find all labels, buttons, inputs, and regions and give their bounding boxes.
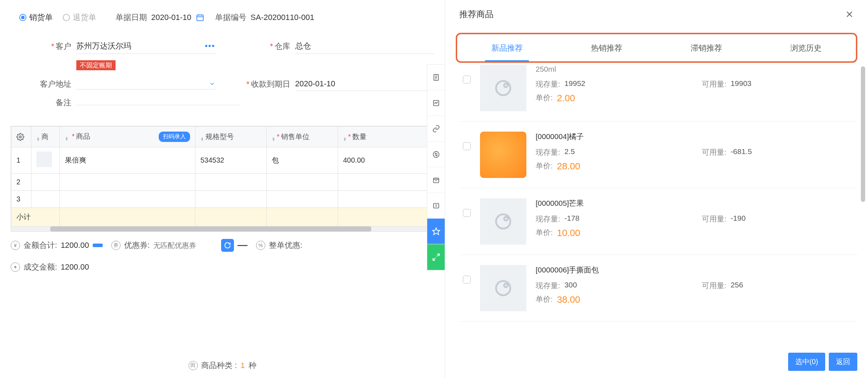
currency-icon: ¥ (11, 241, 20, 250)
deal-value: 1200.00 (61, 262, 89, 272)
tab-browse-history[interactable]: 浏览历史 (756, 38, 856, 61)
due-date-value: 2020-01-10 (295, 79, 336, 88)
item-checkbox[interactable] (463, 76, 471, 83)
total-label: 金额合计: (24, 240, 57, 251)
calendar-icon[interactable] (196, 13, 204, 22)
gear-column-header[interactable] (11, 127, 31, 147)
minus-icon[interactable] (93, 244, 103, 247)
table-row[interactable]: 2 (11, 174, 434, 191)
tool-swap-icon[interactable] (427, 142, 445, 167)
col-prod-icon[interactable]: ▲▼商 (31, 127, 60, 147)
col-qty[interactable]: ▲▼*数量 (338, 127, 434, 147)
row-spec[interactable]: 534532 (195, 147, 267, 174)
item-available: 19903 (731, 79, 751, 89)
svg-point-28 (504, 284, 508, 287)
coupon-label: 优惠券: (124, 240, 150, 251)
item-title: [0000004]橘子 (536, 132, 854, 142)
whole-discount-label: 整单优惠: (269, 240, 302, 251)
more-icon[interactable]: ••• (205, 41, 215, 51)
item-stock: 19952 (565, 79, 585, 89)
selected-count-button[interactable]: 选中(0) (788, 353, 825, 371)
item-checkbox[interactable] (463, 142, 471, 150)
right-panel-title: 推荐商品 (459, 9, 494, 20)
tool-notes-icon[interactable] (427, 65, 445, 90)
account-period-badge: 不固定账期 (76, 60, 116, 70)
list-item: 250ml 现存量:19952 可用量:19903 单价:2.00 (459, 63, 857, 122)
table-row[interactable]: 3 (11, 191, 434, 208)
subtotal-row: 小计 (11, 208, 434, 226)
summary-bar: ¥ 金额合计: 1200.00 券 优惠券: % 整单优惠: (11, 239, 434, 252)
coupon-icon: 券 (111, 241, 121, 250)
warehouse-value: 总仓 (295, 41, 311, 51)
discount-icon: % (256, 241, 265, 250)
tool-chart-icon[interactable] (427, 90, 445, 116)
chevron-down-icon[interactable] (209, 81, 215, 87)
tool-currency-icon[interactable]: ¥ (427, 193, 445, 219)
sku-icon: 田 (188, 361, 198, 370)
coupon-input[interactable] (153, 241, 218, 250)
item-title: [0000006]手撕面包 (536, 265, 854, 275)
back-button[interactable]: 返回 (829, 353, 857, 371)
sort-icon: ▲▼ (272, 137, 275, 141)
dash-icon (238, 245, 247, 246)
sku-count-bar: 田 商品种类 : 1 种 (188, 360, 256, 371)
sort-icon: ▲▼ (65, 137, 68, 141)
col-spec[interactable]: ▲▼规格型号 (195, 127, 267, 147)
item-available: -190 (731, 214, 746, 224)
doc-date-label: 单据日期 (116, 12, 147, 23)
tab-return-order[interactable]: 退货单 (58, 10, 101, 25)
remark-label: 备注 (56, 98, 71, 107)
col-unit[interactable]: ▲▼*销售单位 (267, 127, 338, 147)
subtotal-label: 小计 (11, 208, 60, 226)
svg-point-24 (504, 84, 508, 87)
row-unit[interactable]: 包 (267, 147, 338, 174)
tool-expand-icon[interactable] (427, 244, 445, 270)
item-available: -681.5 (731, 147, 752, 157)
tool-link-icon[interactable] (427, 116, 445, 142)
scan-entry-button[interactable]: 扫码录入 (159, 132, 190, 142)
doc-no-field: 单据编号 SA-20200110-001 (215, 12, 315, 23)
vertical-scrollbar[interactable] (861, 63, 865, 213)
side-toolbar: ¥ (427, 64, 445, 270)
remark-input[interactable] (76, 101, 240, 105)
close-icon[interactable] (845, 10, 854, 19)
item-price: 2.00 (557, 93, 575, 104)
tab-hot-recommend[interactable]: 热销推荐 (557, 38, 657, 61)
item-price: 38.00 (557, 294, 580, 305)
refresh-button[interactable] (221, 239, 234, 252)
item-checkbox[interactable] (463, 276, 471, 284)
row-qty[interactable]: 400.00 (338, 147, 434, 174)
sku-count: 1 (240, 361, 245, 370)
tool-star-icon[interactable] (427, 219, 445, 244)
tab-slow-recommend[interactable]: 滞销推荐 (657, 38, 756, 61)
sort-icon: ▲▼ (200, 137, 204, 141)
customer-select[interactable]: 苏州万达沃尔玛 ••• (76, 39, 215, 54)
svg-point-23 (496, 81, 510, 95)
item-title: [0000005]芒果 (536, 198, 854, 208)
product-placeholder-icon (480, 65, 526, 111)
tab-sales-label: 销货单 (29, 12, 53, 23)
row-index: 1 (11, 147, 31, 174)
doc-date-value[interactable]: 2020-01-10 (151, 13, 192, 22)
row-product[interactable]: 果倍爽 (60, 147, 195, 174)
address-select[interactable] (76, 78, 215, 90)
tab-sales-order[interactable]: 销货单 (14, 10, 58, 25)
svg-point-25 (496, 214, 510, 229)
doc-no-label: 单据编号 (215, 12, 246, 23)
address-label: 客户地址 (40, 80, 71, 88)
due-date-input[interactable]: 2020-01-10 (295, 77, 434, 91)
warehouse-select[interactable]: 总仓 (295, 39, 434, 54)
product-placeholder-icon (480, 265, 526, 311)
item-checkbox[interactable] (463, 209, 471, 217)
top-row: 销货单 退货单 单据日期 2020-01-10 单据编号 SA-20200110… (11, 7, 434, 28)
doc-date-field: 单据日期 2020-01-10 (116, 12, 204, 23)
table-row[interactable]: 1 果倍爽 534532 包 400.00 (11, 147, 434, 174)
product-thumb-icon (36, 152, 52, 167)
tool-archive-icon[interactable] (427, 167, 445, 193)
tab-new-recommend[interactable]: 新品推荐 (457, 38, 557, 61)
deal-label: 成交金额: (24, 262, 57, 272)
col-product[interactable]: ▲▼ *商品 扫码录入 (60, 127, 195, 147)
svg-point-10 (433, 151, 439, 157)
item-stock: -178 (565, 214, 579, 224)
horizontal-scrollbar[interactable] (11, 226, 434, 231)
